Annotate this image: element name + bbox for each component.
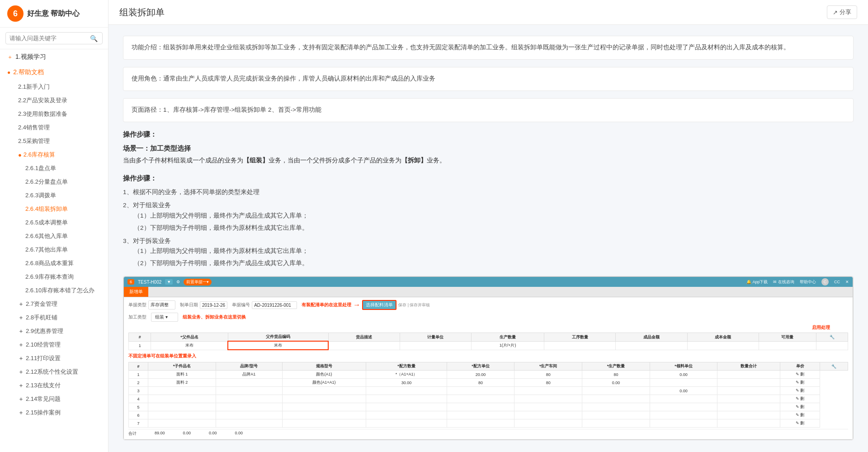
sidebar-item-215[interactable]: 2.5采购管理 bbox=[13, 134, 108, 148]
scene1-title: 场景一：加工类型选择 bbox=[123, 144, 854, 153]
role-block: 使用角色：通常由生产人员或库管人员完成折装业务的操作，库管人员确认原材料的出库和… bbox=[123, 67, 854, 91]
nav-sub2: 2.6.1盘点单 2.6.2分量盘点单 2.6.3调拨单 2.6.4组装拆卸单 … bbox=[13, 162, 108, 297]
page-title: 组装拆卸单 bbox=[119, 6, 165, 19]
sidebar-item-2165[interactable]: 2.6.5成本调整单 bbox=[20, 216, 108, 229]
sub-table-row-5: 5 ✎ 删 bbox=[129, 403, 848, 411]
field-code[interactable]: AD-20191226-001 bbox=[252, 301, 297, 309]
expand-icon: ＋ bbox=[7, 53, 13, 61]
sidebar-item-211b[interactable]: ＋ 2.11打印设置 bbox=[13, 352, 108, 365]
step1: 1、根据不同的业务，选择不同单据的类型来处理 bbox=[123, 187, 854, 198]
ui-mock: 6 TEST-H002 ▼ ⚙ 前置单据一▾ 🔔 App下载 ✉ 在线咨询 帮助… bbox=[123, 276, 853, 440]
sidebar-item-28[interactable]: ＋ 2.8手机旺铺 bbox=[13, 311, 108, 324]
sub-table-row-3: 3 0.00 ✎ 删 bbox=[129, 387, 848, 395]
share-icon: ↗ bbox=[833, 9, 838, 16]
sub-table-row-4: 4 ✎ 删 bbox=[129, 395, 848, 403]
lower-table: # *子件品名 品牌/型号 规格型号 *配方数量 *配方单位 *生产车间 *生产… bbox=[128, 362, 848, 428]
steps-list: 1、根据不同的业务，选择不同单据的类型来处理 2、对于组装业务 （1）上部明细为… bbox=[123, 187, 854, 269]
sidebar-item-214[interactable]: 2.4销售管理 bbox=[13, 121, 108, 134]
annotation3: 启用处理 bbox=[812, 324, 830, 331]
app-logo: 6 bbox=[7, 5, 24, 22]
sub-table-row-2: 2 面料 2 颜色(A1+A1) 30.00 80 80 0.00 bbox=[129, 379, 848, 387]
bottom-summary: 合计 89.00 0.00 0.00 0.00 bbox=[128, 429, 848, 437]
logo-badge: 6 bbox=[127, 279, 134, 285]
nav-section: ＋ 1.视频学习 ● 2.帮助文档 2.1新手入门 2.2产品安装及登录 2.3… bbox=[0, 49, 108, 419]
step3: 3、对于拆装业务 （1）上部明细为父件明细，最终作为原材料生成其它出库单； （2… bbox=[123, 236, 854, 269]
sidebar-item-212b[interactable]: ＋ 2.12系统个性化设置 bbox=[13, 365, 108, 379]
sidebar-item-2167[interactable]: 2.6.7其他出库单 bbox=[20, 243, 108, 257]
field-process-type[interactable]: 组装 ▾ bbox=[151, 313, 178, 322]
role-text: 使用角色：通常由生产人员或库管人员完成折装业务的操作，库管人员确认原材料的出库和… bbox=[132, 75, 435, 82]
sidebar-item-215b[interactable]: ＋ 2.15操作案例 bbox=[13, 406, 108, 419]
sidebar-item-2169[interactable]: 2.6.9库存账本查询 bbox=[20, 270, 108, 284]
avatar-mock: C bbox=[821, 278, 829, 285]
annotation2: 组装业务、拆卸业务在这里切换 bbox=[183, 314, 246, 320]
btn-select-bom[interactable]: 选择配料清单 bbox=[362, 300, 396, 310]
intro-text: 功能介绍：组装拆卸单用来处理企业组装或拆卸等加工业务，支持有固定装配清单的产品加… bbox=[132, 44, 790, 51]
sidebar-item-213b[interactable]: ＋ 2.13在线支付 bbox=[13, 379, 108, 392]
topbar: 组装拆卸单 ↗ 分享 bbox=[108, 0, 868, 25]
path-block: 页面路径：1、库存核算->库存管理->组装拆卸单 2、首页->常用功能 bbox=[123, 98, 854, 122]
step2-sub1: （1）上部明细为父件明细，最终作为产成品生成其它入库单； bbox=[134, 211, 854, 221]
ui-titlebar: 6 TEST-H002 ▼ ⚙ 前置单据一▾ 🔔 App下载 ✉ 在线咨询 帮助… bbox=[124, 277, 853, 287]
sidebar-item-2166[interactable]: 2.6.6其他入库单 bbox=[20, 229, 108, 243]
form-row2: 加工类型 组装 ▾ 组装业务、拆卸业务在这里切换 bbox=[128, 313, 848, 322]
sidebar-item-2164[interactable]: 2.6.4组装拆卸单 bbox=[20, 202, 108, 216]
form-row1: 单据类型 库存调整 制单日期 2019-12-26 单据编号 AD-201912… bbox=[128, 300, 848, 310]
sub-table-row-6: 6 ✎ 删 bbox=[129, 411, 848, 419]
step3-sub: （1）上部明细为父件明细，最终作为原材料生成其它出库单； （2）下部明细为子件明… bbox=[123, 246, 854, 269]
search-input[interactable] bbox=[5, 32, 103, 44]
sidebar-item-212[interactable]: 2.2产品安装及登录 bbox=[13, 94, 108, 107]
sidebar: 6 好生意 帮助中心 🔍 ＋ 1.视频学习 ● 2.帮助文档 2.1新手入门 2… bbox=[0, 0, 108, 452]
step2-sub2: （2）下部明细为子件明细，最终作为原材料生成其它出库单。 bbox=[134, 223, 854, 233]
screenshot-container: 6 TEST-H002 ▼ ⚙ 前置单据一▾ 🔔 App下载 ✉ 在线咨询 帮助… bbox=[123, 276, 854, 440]
sidebar-item-21610[interactable]: 2.6.10库存账本错了怎么办 bbox=[20, 284, 108, 297]
sidebar-item-2162[interactable]: 2.6.2分量盘点单 bbox=[20, 175, 108, 189]
sidebar-item-214b[interactable]: ＋ 2.14常见问题 bbox=[13, 392, 108, 406]
step2: 2、对于组装业务 （1）上部明细为父件明细，最终作为产成品生成其它入库单； （2… bbox=[123, 200, 854, 233]
field-type[interactable]: 库存调整 bbox=[148, 300, 175, 309]
ops-steps-title: 操作步骤： bbox=[123, 174, 854, 183]
field-date[interactable]: 2019-12-26 bbox=[200, 301, 227, 309]
collapse-icon: ● bbox=[7, 69, 10, 76]
step3-sub2: （2）下部明细为子件明细，最终作为产成品生成其它入库单。 bbox=[134, 258, 854, 269]
lower-table-container: # *子件品名 品牌/型号 规格型号 *配方数量 *配方单位 *生产车间 *生产… bbox=[128, 362, 848, 428]
upper-table-container: # *父件品名 父件货品编码 货品描述 计量单位 生产数量 工序数量 成品金额 … bbox=[128, 333, 848, 350]
upper-table: # *父件品名 父件货品编码 货品描述 计量单位 生产数量 工序数量 成品金额 … bbox=[128, 333, 848, 350]
nav-sub-help: 2.1新手入门 2.2产品安装及登录 2.3使用前数据准备 2.4销售管理 2.… bbox=[0, 80, 108, 419]
sub-table-row-7: 7 ✎ 删 bbox=[129, 419, 848, 428]
main-area: 组装拆卸单 ↗ 分享 功能介绍：组装拆卸单用来处理企业组装或拆卸等加工业务，支持… bbox=[108, 0, 868, 452]
sidebar-header: 6 好生意 帮助中心 bbox=[0, 0, 108, 28]
sidebar-item-27[interactable]: ＋ 2.7资金管理 bbox=[13, 297, 108, 311]
sidebar-item-help[interactable]: ● 2.帮助文档 bbox=[0, 65, 108, 80]
table-row: 1 米布 米布 1(片/+片) bbox=[129, 341, 848, 350]
share-button[interactable]: ↗ 分享 bbox=[827, 5, 857, 19]
annotation1: 有装配清单的在这里处理 bbox=[302, 302, 351, 308]
path-text: 页面路径：1、库存核算->库存管理->组装拆卸单 2、首页->常用功能 bbox=[132, 106, 321, 113]
sidebar-item-211[interactable]: 2.1新手入门 bbox=[13, 80, 108, 94]
content-area: 功能介绍：组装拆卸单用来处理企业组装或拆卸等加工业务，支持有固定装配清单的产品加… bbox=[108, 25, 868, 452]
sidebar-item-216[interactable]: ● 2.6库存核算 bbox=[13, 148, 108, 162]
step2-sub: （1）上部明细为父件明细，最终作为产成品生成其它入库单； （2）下部明细为子件明… bbox=[123, 211, 854, 233]
tab-new-order: 前置单据一▾ bbox=[184, 279, 212, 285]
sub-table-row-1: 1 面料 1 品牌A1 颜色(A1) *（A1+A1） 20.00 80 80 … bbox=[129, 371, 848, 379]
form-area: 单据类型 库存调整 制单日期 2019-12-26 单据编号 AD-201912… bbox=[124, 297, 853, 439]
tab-new[interactable]: 新增单 bbox=[124, 287, 148, 297]
intro-block: 功能介绍：组装拆卸单用来处理企业组装或拆卸等加工业务，支持有固定装配清单的产品加… bbox=[123, 36, 854, 60]
ops-title: 操作步骤： bbox=[123, 130, 854, 139]
sidebar-item-210[interactable]: ＋ 2.10经营管理 bbox=[13, 338, 108, 352]
search-icon[interactable]: 🔍 bbox=[90, 35, 98, 42]
annotation4: 不固定清单可在组装单位置重录入 bbox=[128, 353, 196, 359]
tab-bar: 新增单 bbox=[124, 287, 853, 297]
sidebar-item-2168[interactable]: 2.6.8商品成本重算 bbox=[20, 257, 108, 270]
sidebar-item-2163[interactable]: 2.6.3调拨单 bbox=[20, 189, 108, 202]
titlebar-text: TEST-H002 bbox=[138, 280, 161, 285]
search-box[interactable]: 🔍 bbox=[0, 28, 108, 49]
sidebar-item-29[interactable]: ＋ 2.9优惠券管理 bbox=[13, 324, 108, 338]
sidebar-item-213[interactable]: 2.3使用前数据准备 bbox=[13, 107, 108, 121]
sidebar-item-2161[interactable]: 2.6.1盘点单 bbox=[20, 162, 108, 175]
scene1-desc: 当由多个子件材料组装成一个成品的业务为【组装】业务，当由一个父件拆分成多个子产品… bbox=[123, 156, 854, 166]
step3-sub1: （1）上部明细为父件明细，最终作为原材料生成其它出库单； bbox=[134, 246, 854, 257]
sidebar-item-video[interactable]: ＋ 1.视频学习 bbox=[0, 49, 108, 65]
app-title: 好生意 帮助中心 bbox=[27, 9, 80, 19]
